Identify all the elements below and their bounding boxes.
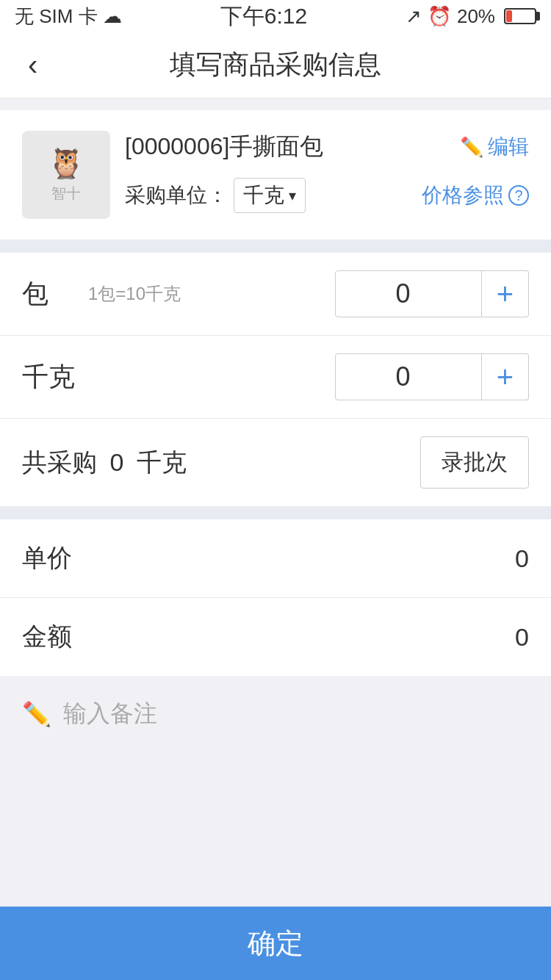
section-divider-2 (0, 506, 551, 519)
status-time: 下午6:12 (220, 1, 307, 32)
total-prefix: 共采购 (22, 448, 97, 476)
page-title: 填写商品采购信息 (170, 47, 381, 83)
price-ref-label: 价格参照 (422, 181, 504, 209)
input-section: 包 1包=10千克 + 千克 + (0, 253, 551, 419)
kg-plus-button[interactable]: + (482, 353, 529, 400)
unit-select[interactable]: 千克 ▾ (234, 178, 306, 213)
remark-section[interactable]: ✏️ 输入备注 (0, 676, 551, 752)
price-ref-button[interactable]: 价格参照 ? (422, 181, 529, 209)
remark-placeholder: 输入备注 (63, 698, 157, 730)
amount-value: 0 (515, 623, 529, 652)
product-owl-icon: 🦉 (48, 146, 84, 181)
battery-icon (504, 8, 536, 24)
total-unit: 千克 (137, 448, 187, 476)
bao-input-row: 包 1包=10千克 + (0, 253, 551, 336)
sim-status: 无 SIM 卡 ☁ (15, 4, 122, 29)
bao-input-wrapper: + (335, 270, 529, 317)
edit-icon: ✏️ (460, 136, 483, 159)
bao-sublabel: 1包=10千克 (88, 282, 335, 306)
battery-percent: 20% (457, 5, 495, 28)
pencil-icon: ✏️ (22, 700, 51, 728)
kg-input-wrapper: + (335, 353, 529, 400)
edit-button[interactable]: ✏️ 编辑 (460, 133, 529, 161)
product-thumbnail: 🦉 智十 (22, 131, 110, 219)
price-label: 单价 (22, 541, 72, 575)
product-card: 🦉 智十 [0000006]手撕面包 ✏️ 编辑 采购单位： 千克 ▾ (0, 110, 551, 239)
total-text: 共采购 0 千克 (22, 446, 187, 480)
location-icon: ↗ (406, 5, 422, 28)
status-left: 无 SIM 卡 ☁ (15, 4, 122, 29)
unit-value: 千克 (243, 181, 284, 209)
kg-input[interactable] (335, 353, 482, 400)
product-thumb-label: 智十 (51, 184, 81, 203)
price-value: 0 (515, 544, 529, 573)
section-divider-1 (0, 239, 551, 253)
chevron-down-icon: ▾ (289, 187, 296, 204)
bao-label: 包 (22, 276, 81, 312)
nav-bar: ‹ 填写商品采购信息 (0, 32, 551, 98)
bao-plus-button[interactable]: + (482, 270, 529, 317)
product-name: [0000006]手撕面包 (125, 131, 323, 163)
total-value: 0 (109, 448, 123, 476)
confirm-button[interactable]: 确定 (0, 907, 551, 980)
amount-row: 金额 0 (0, 598, 551, 676)
price-info-section: 单价 0 金额 0 (0, 519, 551, 676)
unit-label: 采购单位： (125, 181, 228, 209)
status-right: ↗ ⏰ 20% (406, 5, 536, 28)
alarm-icon: ⏰ (428, 5, 451, 28)
back-button[interactable]: ‹ (21, 41, 45, 89)
price-row: 单价 0 (0, 519, 551, 598)
amount-label: 金额 (22, 620, 72, 654)
bao-input[interactable] (335, 270, 482, 317)
edit-label: 编辑 (488, 133, 529, 161)
status-bar: 无 SIM 卡 ☁ 下午6:12 ↗ ⏰ 20% (0, 0, 551, 32)
product-info: [0000006]手撕面包 ✏️ 编辑 采购单位： 千克 ▾ 价格参照 ? (125, 131, 529, 213)
total-row: 共采购 0 千克 录批次 (0, 419, 551, 506)
kg-input-row: 千克 + (0, 336, 551, 419)
batch-button[interactable]: 录批次 (420, 436, 529, 489)
info-icon: ? (508, 185, 529, 206)
kg-label: 千克 (22, 359, 81, 395)
